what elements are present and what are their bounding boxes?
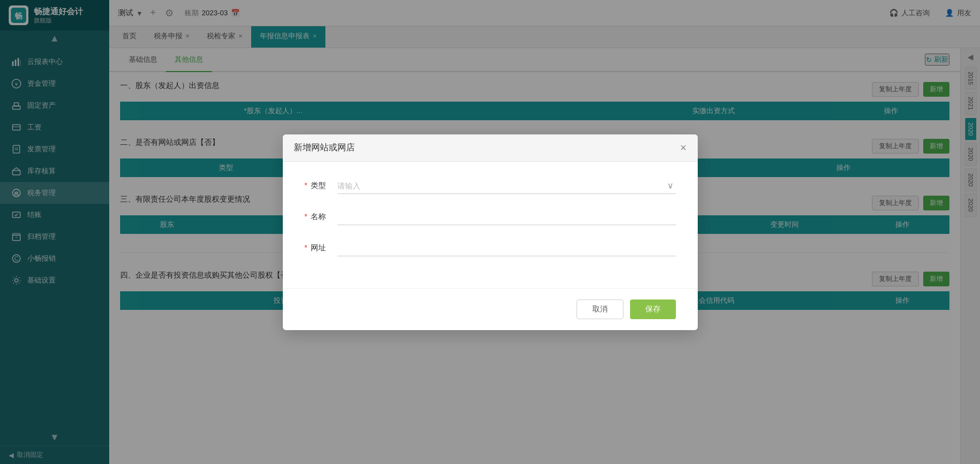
- save-button[interactable]: 保存: [630, 299, 676, 319]
- type-input[interactable]: [337, 178, 676, 193]
- modal-add-website: 新增网站或网店 × * 类型 ∨ * 名称: [283, 134, 698, 330]
- form-input-wrap-type: ∨: [337, 178, 676, 194]
- form-input-wrap-url: [337, 240, 676, 256]
- form-label-type: * 类型: [305, 181, 337, 191]
- modal-header: 新增网站或网店 ×: [283, 134, 698, 162]
- url-input[interactable]: [337, 240, 676, 256]
- form-field-name: * 名称: [305, 209, 676, 225]
- cancel-button[interactable]: 取消: [577, 299, 623, 319]
- form-label-name: * 名称: [305, 212, 337, 222]
- label-name-text: 名称: [311, 212, 326, 221]
- form-field-url: * 网址: [305, 240, 676, 256]
- modal-title: 新增网站或网店: [294, 142, 355, 154]
- required-mark-type: *: [305, 181, 307, 190]
- form-label-url: * 网址: [305, 243, 337, 253]
- modal-close-button[interactable]: ×: [680, 142, 687, 153]
- label-url-text: 网址: [311, 243, 326, 252]
- required-mark-url: *: [305, 243, 307, 252]
- form-field-type: * 类型 ∨: [305, 178, 676, 194]
- required-mark-name: *: [305, 212, 307, 221]
- dropdown-arrow-icon: ∨: [667, 180, 674, 191]
- modal-footer: 取消 保存: [283, 288, 698, 330]
- label-type-text: 类型: [311, 181, 326, 190]
- name-input[interactable]: [337, 209, 676, 225]
- form-input-wrap-name: [337, 209, 676, 225]
- modal-body: * 类型 ∨ * 名称 *: [283, 162, 698, 288]
- modal-overlay[interactable]: 新增网站或网店 × * 类型 ∨ * 名称: [0, 0, 980, 464]
